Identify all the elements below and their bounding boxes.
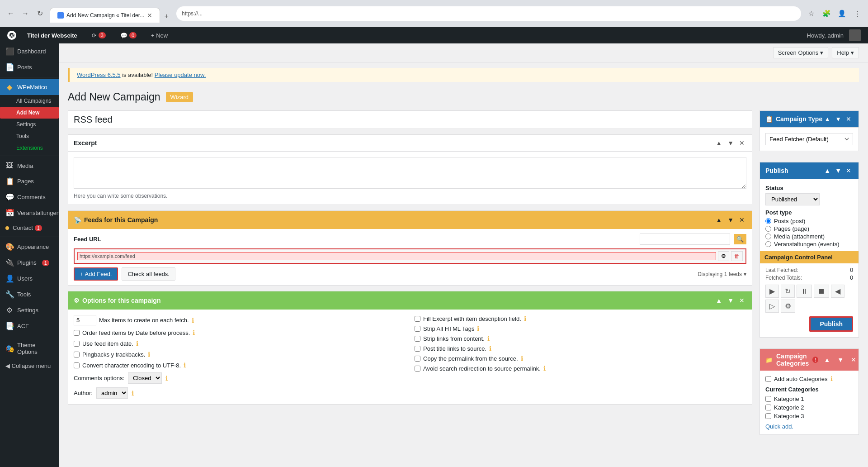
fill-excerpt-checkbox[interactable] [415,316,420,322]
campaign-type-select[interactable]: Feed Fetcher (Default) [765,133,853,145]
avoid-redirect-checkbox[interactable] [415,366,420,372]
forward-button[interactable]: → [19,7,32,20]
sidebar-item-tools[interactable]: 🔧 Tools [0,286,59,302]
excerpt-collapse-down[interactable]: ▼ [726,138,736,148]
feed-url-search-button[interactable]: 🔍 [734,234,746,244]
sidebar-item-dashboard[interactable]: ⬛ Dashboard [0,43,59,59]
publish-button[interactable]: Publish [809,316,853,332]
strip-html-checkbox[interactable] [415,326,420,332]
menu-button[interactable]: ⋮ [851,7,863,20]
use-feed-date-checkbox[interactable] [74,341,80,347]
sidebar-submenu-settings[interactable]: Settings [0,119,59,130]
post-type-media-radio[interactable] [765,234,771,239]
sidebar-item-acf[interactable]: 📑 ACF [0,318,59,334]
ctrl-settings-button[interactable]: ⚙ [781,300,795,313]
close-tab-button[interactable]: ✕ [147,12,152,19]
screen-options-button[interactable]: Screen Options ▾ [773,47,829,58]
site-name-bar[interactable]: Titel der Webseite [24,30,81,41]
campaign-title-input[interactable] [68,110,752,129]
publish-close[interactable]: ✕ [844,166,853,175]
feeds-collapse-up[interactable]: ▲ [714,215,724,224]
campaign-type-up[interactable]: ▲ [822,114,832,124]
cat-3-checkbox[interactable] [765,413,771,419]
sidebar-item-appearance[interactable]: 🎨 Appearance [0,239,59,255]
comments-select[interactable]: Closed Open [128,372,162,384]
ctrl-stop-button[interactable]: ⏹ [814,285,829,298]
post-type-events-radio[interactable] [765,241,771,247]
excerpt-close[interactable]: ✕ [737,138,746,148]
feeds-collapse-down[interactable]: ▼ [726,215,736,224]
refresh-button[interactable]: ↻ [33,7,46,20]
active-tab[interactable]: Add New Campaign « Titel der... ✕ [50,8,160,23]
new-tab-button[interactable]: + [160,10,173,23]
max-items-input[interactable] [74,315,96,325]
sidebar-item-theme-options[interactable]: 🎭 Theme Options [0,338,59,359]
auto-categories-checkbox[interactable] [765,376,771,382]
wp-logo[interactable] [7,31,16,40]
convert-encoding-checkbox[interactable] [74,362,80,368]
updates-bar-item[interactable]: ⟳ 3 [88,30,109,41]
sidebar-item-posts[interactable]: 📄 Posts [0,59,59,75]
wp-version-link[interactable]: WordPress 6.5.5 [77,71,121,78]
ctrl-pause-button[interactable]: ⏸ [797,285,812,298]
status-select[interactable]: Published Draft Pending Review [765,193,820,205]
comments-bar-item[interactable]: 💬 0 [117,30,140,41]
feed-item-settings-button[interactable]: ⚙ [718,251,729,261]
feed-item-delete-button[interactable]: 🗑 [731,251,743,261]
author-select[interactable]: admin [96,387,128,399]
ctrl-refresh-button[interactable]: ↻ [781,285,795,298]
sidebar-submenu-add-new[interactable]: Add New [0,107,59,119]
post-type-page-radio[interactable] [765,226,771,232]
ctrl-play-button[interactable]: ▶ [765,285,779,298]
update-now-link[interactable]: Please update now. [155,71,206,78]
excerpt-collapse-up[interactable]: ▲ [714,138,724,148]
feed-url-input[interactable] [640,234,730,245]
sidebar-collapse-menu[interactable]: ◀ Collapse menu [0,359,59,373]
pingbacks-checkbox[interactable] [74,352,80,357]
sidebar-item-wpematico[interactable]: ◆ WPeMatico [0,79,59,95]
publish-up[interactable]: ▲ [822,166,832,175]
address-bar[interactable]: https://... [176,6,801,21]
ctrl-prev-button[interactable]: ◀ [831,285,844,298]
sidebar-item-settings[interactable]: ⚙ Settings [0,302,59,318]
copy-permalink-checkbox[interactable] [415,356,420,362]
publish-down[interactable]: ▼ [833,166,843,175]
user-profile-button[interactable]: 👤 [835,7,848,20]
sidebar-item-contact[interactable]: Contact 1 [0,221,59,235]
quick-add-link[interactable]: Quick add. [765,423,853,430]
categories-up[interactable]: ▲ [822,355,832,364]
check-all-feeds-button[interactable]: Check all feeds. [122,267,175,281]
ctrl-next-button[interactable]: ▷ [765,300,779,313]
campaign-type-close[interactable]: ✕ [844,114,853,124]
options-close[interactable]: ✕ [737,296,746,305]
sidebar-submenu-extensions[interactable]: Extensions [0,142,59,154]
sidebar-item-veranstaltungen[interactable]: 📅 Veranstaltungen [0,205,59,221]
sidebar-submenu-all-campaigns[interactable]: All Campaigns [0,95,59,107]
back-button[interactable]: ← [5,7,17,20]
feeds-close[interactable]: ✕ [737,215,746,224]
options-collapse-down[interactable]: ▼ [726,296,736,305]
strip-links-checkbox[interactable] [415,336,420,342]
sidebar-item-media[interactable]: 🖼 Media [0,158,59,173]
categories-close[interactable]: ✕ [849,355,858,364]
cat-2-checkbox[interactable] [765,405,771,410]
sidebar-submenu-tools[interactable]: Tools [0,130,59,142]
options-collapse-up[interactable]: ▲ [714,296,724,305]
excerpt-textarea[interactable] [74,157,746,189]
extensions-button[interactable]: 🧩 [820,7,833,20]
wizard-button[interactable]: Wizard [166,92,193,102]
feed-item-url-input[interactable] [77,252,716,260]
new-bar-item[interactable]: + New [147,30,171,41]
sidebar-item-pages[interactable]: 📋 Pages [0,173,59,189]
campaign-type-down[interactable]: ▼ [833,114,843,124]
add-feed-button[interactable]: + Add Feed. [74,267,118,281]
post-type-post-radio[interactable] [765,218,771,224]
cat-1-checkbox[interactable] [765,396,771,402]
sidebar-item-comments[interactable]: 💬 Comments [0,189,59,205]
bookmark-button[interactable]: ☆ [805,7,817,20]
categories-down[interactable]: ▼ [835,355,845,364]
order-by-date-checkbox[interactable] [74,330,80,336]
sidebar-item-users[interactable]: 👤 Users [0,271,59,286]
post-title-links-checkbox[interactable] [415,346,420,352]
help-button[interactable]: Help ▾ [832,47,859,58]
